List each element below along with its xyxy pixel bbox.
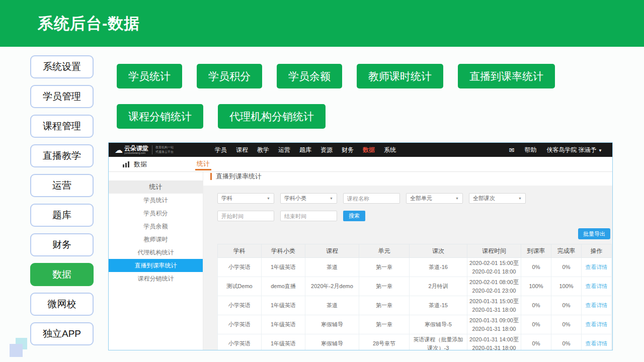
tag-live-attendance-stats[interactable]: 直播到课率统计 [458, 64, 555, 88]
panel-item-student-balance[interactable]: 学员余额 [109, 220, 203, 233]
nav-item-data[interactable]: 数据 [363, 146, 375, 154]
subject-sub-select[interactable]: 学科小类 ▼ [280, 193, 337, 204]
content-title: 直播到课率统计 [210, 172, 262, 181]
panel-item-student-stats[interactable]: 学员统计 [109, 194, 203, 207]
panel-item-agency-stats[interactable]: 代理机构统计 [109, 246, 203, 259]
admin-nav-menu: 学员 课程 教学 运营 题库 资源 财务 数据 系统 [215, 146, 396, 154]
tag-teacher-hours-stats[interactable]: 教师课时统计 [357, 64, 443, 88]
decorative-square-lavender [10, 344, 23, 357]
chevron-down-icon: ▼ [330, 197, 333, 200]
nav-item-finance[interactable]: 财务 [342, 146, 354, 154]
view-details-link[interactable]: 查看详情 [586, 302, 608, 308]
sidebar-item-micro-school[interactable]: 微网校 [30, 293, 94, 316]
col-completion-rate: 完成率 [551, 244, 582, 258]
view-details-link[interactable]: 查看详情 [586, 321, 608, 327]
page-title: 系统后台-数据 [0, 0, 644, 34]
cloud-icon: ☁ [115, 145, 123, 155]
col-actions: 操作 [582, 244, 612, 258]
stats-content: 直播到课率统计 学科 ▼ 学科小类 ▼ [203, 172, 612, 350]
chevron-down-icon: ▼ [598, 148, 602, 153]
col-course-time: 课程时间 [467, 244, 521, 258]
attendance-table: 学科 学科小类 课程 单元 课次 课程时间 到课率 完成率 操作 [217, 244, 612, 350]
content-header: 直播到课率统计 [203, 172, 612, 186]
title-accent-bar [210, 173, 212, 180]
lesson-select[interactable]: 全部课次 ▼ [469, 193, 526, 204]
panel-item-live-attendance[interactable]: 直播到课率统计 [109, 259, 203, 272]
tag-student-points[interactable]: 学员积分 [197, 64, 262, 88]
admin-body: 统计 学员统计 学员积分 学员余额 教师课时 代理机构统计 直播到课率统计 课程… [109, 172, 612, 350]
brand-logo[interactable]: ☁ 云朵课堂 yunduoketang.com 教育机构一站 式服务云平台 [115, 145, 174, 155]
panel-item-teacher-hours[interactable]: 教师课时 [109, 233, 203, 246]
breadcrumb-section: 数据 [134, 160, 147, 169]
sidebar-item-data[interactable]: 数据 [30, 263, 94, 286]
breadcrumb: 数据 [123, 160, 147, 169]
admin-nav-right: ✉ 帮助 侠客岛学院 张涵予 ▼ [509, 146, 606, 154]
tag-student-balance[interactable]: 学员余额 [277, 64, 342, 88]
tab-statistics[interactable]: 统计 [195, 157, 211, 170]
page-header: 系统后台-数据 [0, 0, 644, 47]
nav-item-question-bank[interactable]: 题库 [299, 146, 311, 154]
nav-item-resources[interactable]: 资源 [320, 146, 333, 154]
account-menu[interactable]: 侠客岛学院 张涵予 ▼ [546, 146, 602, 154]
col-unit: 单元 [359, 244, 410, 258]
admin-top-nav: ☁ 云朵课堂 yunduoketang.com 教育机构一站 式服务云平台 学员… [109, 143, 612, 157]
table-row: 小学英语 1年级英语 茶道 第一章 茶道-15 2020-01-31 15:00… [218, 296, 612, 315]
chevron-down-icon: ▼ [518, 197, 522, 200]
tag-agency-distribution-stats[interactable]: 代理机构分销统计 [218, 104, 326, 129]
tag-course-distribution-stats[interactable]: 课程分销统计 [117, 104, 203, 129]
panel-item-course-distribution[interactable]: 课程分销统计 [109, 272, 203, 285]
content-area: 学科 ▼ 学科小类 ▼ 全部单元 ▼ 全部课次 [203, 186, 612, 350]
batch-export-button[interactable]: 批量导出 [578, 228, 610, 239]
filter-row-1: 学科 ▼ 学科小类 ▼ 全部单元 ▼ 全部课次 [217, 193, 610, 204]
bar-chart-icon [123, 161, 130, 167]
table-row: 小学英语 1年级英语 寒假辅导 28号章节 英语课程（批量添加课次）-3 202… [218, 334, 612, 351]
chevron-down-icon: ▼ [455, 197, 459, 200]
sidebar-item-course-management[interactable]: 课程管理 [30, 115, 94, 138]
start-time-input[interactable] [217, 211, 274, 221]
filter-row-2: 搜索 [217, 211, 610, 221]
sidebar-item-operations[interactable]: 运营 [30, 174, 94, 197]
main-sidebar: 系统设置 学员管理 课程管理 直播教学 运营 题库 财务 数据 微网校 独立AP… [30, 55, 94, 352]
panel-item-student-points[interactable]: 学员积分 [109, 207, 203, 220]
mail-icon[interactable]: ✉ [509, 146, 514, 154]
nav-item-operations[interactable]: 运营 [278, 146, 290, 154]
nav-item-system[interactable]: 系统 [384, 146, 396, 154]
nav-item-students[interactable]: 学员 [215, 146, 227, 154]
admin-tab-bar: 数据 统计 [109, 157, 612, 172]
end-time-input[interactable] [280, 211, 337, 221]
subject-select[interactable]: 学科 ▼ [217, 193, 274, 204]
brand-domain: yunduoketang.com [124, 152, 148, 154]
tag-student-stats[interactable]: 学员统计 [117, 64, 182, 88]
page: 系统后台-数据 系统设置 学员管理 课程管理 直播教学 运营 题库 财务 数据 … [0, 0, 644, 362]
col-subject: 学科 [218, 244, 262, 258]
col-subject-sub: 学科小类 [262, 244, 305, 258]
sidebar-item-standalone-app[interactable]: 独立APP [30, 322, 94, 345]
help-link[interactable]: 帮助 [524, 146, 536, 154]
course-name-input[interactable] [343, 193, 400, 204]
tag-row-1: 学员统计 学员积分 学员余额 教师课时统计 直播到课率统计 [117, 64, 555, 88]
nav-item-courses[interactable]: 课程 [236, 146, 248, 154]
view-details-link[interactable]: 查看详情 [586, 283, 608, 289]
view-details-link[interactable]: 查看详情 [586, 264, 608, 270]
stats-sidebar: 统计 学员统计 学员积分 学员余额 教师课时 代理机构统计 直播到课率统计 课程… [109, 172, 203, 350]
col-attendance-rate: 到课率 [521, 244, 551, 258]
sidebar-item-finance[interactable]: 财务 [30, 233, 94, 256]
unit-select[interactable]: 全部单元 ▼ [406, 193, 463, 204]
sidebar-item-live-teaching[interactable]: 直播教学 [30, 144, 94, 167]
table-row: 小学英语 1年级英语 茶道 第一章 茶道-16 2020-02-01 15:00… [218, 258, 612, 277]
sidebar-item-student-management[interactable]: 学员管理 [30, 85, 94, 108]
admin-screenshot: ☁ 云朵课堂 yunduoketang.com 教育机构一站 式服务云平台 学员… [108, 142, 613, 350]
sidebar-item-question-bank[interactable]: 题库 [30, 204, 94, 227]
table-header-row: 学科 学科小类 课程 单元 课次 课程时间 到课率 完成率 操作 [218, 244, 612, 258]
chevron-down-icon: ▼ [267, 197, 270, 200]
table-row: 测试Demo demo直播 2020年-2月demo 第一章 2月特训 2020… [218, 277, 612, 296]
search-button[interactable]: 搜索 [343, 211, 365, 221]
nav-item-teaching[interactable]: 教学 [257, 146, 269, 154]
stats-sidebar-header: 统计 [109, 180, 203, 194]
sidebar-item-system-settings[interactable]: 系统设置 [30, 55, 94, 78]
col-lesson: 课次 [410, 244, 467, 258]
view-details-link[interactable]: 查看详情 [586, 340, 608, 346]
brand-name: 云朵课堂 [124, 145, 148, 151]
table-row: 小学英语 1年级英语 寒假辅导 第一章 寒假辅导-5 2020-01-31 09… [218, 315, 612, 334]
col-course: 课程 [305, 244, 359, 258]
